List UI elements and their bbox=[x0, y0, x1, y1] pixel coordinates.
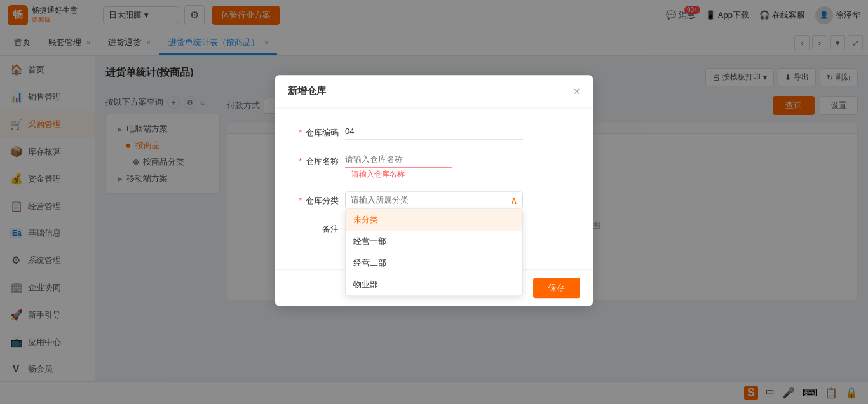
dropdown-item-uncategorized[interactable]: 未分类 bbox=[346, 209, 522, 231]
modal-save-btn[interactable]: 保存 bbox=[533, 278, 580, 298]
dropdown-item-dept2[interactable]: 经营二部 bbox=[346, 252, 522, 274]
remark-label: 备注 bbox=[294, 220, 345, 235]
name-label: * 仓库名称 bbox=[294, 152, 345, 167]
category-input[interactable] bbox=[345, 191, 523, 208]
modal-close-btn[interactable]: × bbox=[573, 86, 580, 97]
modal-title: 新增仓库 bbox=[288, 85, 326, 97]
category-row: * 仓库分类 ∧ 未分类 经营一部 经营二部 物业部 bbox=[294, 191, 574, 208]
modal-body: * 仓库编码 * 仓库名称 请输入仓库名称 * 仓库分类 bbox=[275, 108, 593, 269]
category-dropdown: 未分类 经营一部 经营二部 物业部 bbox=[345, 208, 523, 296]
code-row: * 仓库编码 bbox=[294, 123, 574, 140]
modal-header: 新增仓库 × bbox=[275, 75, 593, 108]
category-select-wrapper: ∧ 未分类 经营一部 经营二部 物业部 bbox=[345, 191, 523, 208]
dropdown-item-dept3[interactable]: 物业部 bbox=[346, 274, 522, 295]
code-input[interactable] bbox=[345, 123, 523, 140]
code-label: * 仓库编码 bbox=[294, 123, 345, 138]
add-warehouse-modal: 新增仓库 × * 仓库编码 * 仓库名称 请输入仓库名称 bbox=[275, 75, 593, 306]
name-row: * 仓库名称 请输入仓库名称 bbox=[294, 151, 574, 180]
category-label: * 仓库分类 bbox=[294, 191, 345, 206]
dropdown-item-dept1[interactable]: 经营一部 bbox=[346, 231, 522, 252]
name-input[interactable] bbox=[345, 151, 452, 168]
name-error-msg: 请输入仓库名称 bbox=[351, 169, 405, 180]
